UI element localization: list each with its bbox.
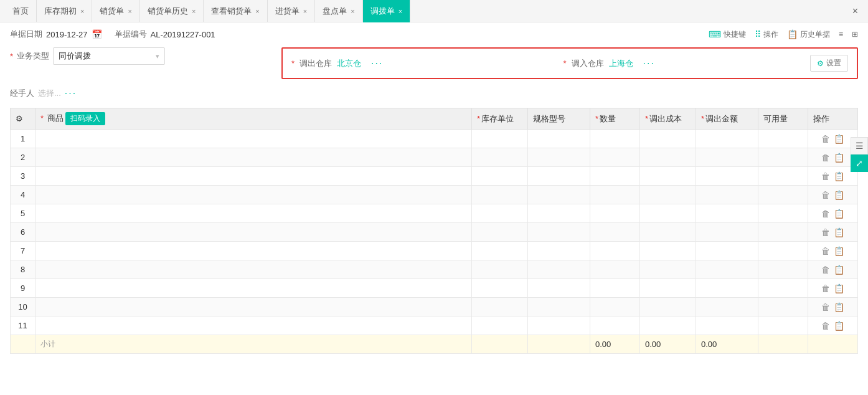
handler-select[interactable]: 选择... bbox=[38, 88, 61, 99]
row-avail-cell[interactable] bbox=[758, 186, 808, 204]
history-action[interactable]: 📋 历史单据 bbox=[787, 29, 830, 40]
copy-row-icon[interactable]: 📋 bbox=[834, 321, 844, 331]
row-spec-cell[interactable] bbox=[528, 279, 590, 298]
delete-row-icon[interactable]: 🗑 bbox=[821, 321, 830, 331]
row-avail-cell[interactable] bbox=[758, 316, 808, 335]
close-inventory[interactable]: × bbox=[351, 7, 354, 15]
row-unit-cell[interactable] bbox=[472, 260, 528, 279]
tab-sales-order[interactable]: 销货单 × bbox=[92, 0, 139, 22]
close-inventory-init[interactable]: × bbox=[80, 7, 84, 15]
close-transfer[interactable]: × bbox=[399, 7, 402, 15]
row-cost-cell[interactable] bbox=[640, 279, 696, 298]
close-view-sales[interactable]: × bbox=[255, 7, 259, 15]
row-qty-cell[interactable] bbox=[590, 223, 640, 242]
right-list-button[interactable]: ☰ bbox=[851, 137, 868, 155]
tab-home[interactable]: 首页 bbox=[5, 0, 37, 22]
row-avail-cell[interactable] bbox=[758, 279, 808, 298]
row-avail-cell[interactable] bbox=[758, 260, 808, 279]
row-qty-cell[interactable] bbox=[590, 298, 640, 316]
row-qty-cell[interactable] bbox=[590, 186, 640, 204]
row-product-cell[interactable] bbox=[35, 130, 472, 148]
row-spec-cell[interactable] bbox=[528, 316, 590, 335]
delete-row-icon[interactable]: 🗑 bbox=[821, 227, 830, 237]
row-avail-cell[interactable] bbox=[758, 242, 808, 260]
handler-more-dots[interactable]: ··· bbox=[65, 88, 77, 99]
copy-row-icon[interactable]: 📋 bbox=[834, 283, 844, 293]
delete-row-icon[interactable]: 🗑 bbox=[821, 190, 830, 200]
copy-row-icon[interactable]: 📋 bbox=[834, 190, 844, 200]
row-qty-cell[interactable] bbox=[590, 279, 640, 298]
row-amount-cell[interactable] bbox=[696, 204, 758, 223]
row-qty-cell[interactable] bbox=[590, 242, 640, 260]
copy-row-icon[interactable]: 📋 bbox=[834, 302, 844, 312]
row-spec-cell[interactable] bbox=[528, 242, 590, 260]
out-warehouse-value[interactable]: 北京仓 bbox=[337, 58, 361, 69]
row-product-cell[interactable] bbox=[35, 298, 472, 316]
delete-row-icon[interactable]: 🗑 bbox=[821, 171, 830, 181]
gear-header[interactable]: ⚙ bbox=[11, 108, 35, 130]
row-amount-cell[interactable] bbox=[696, 298, 758, 316]
row-qty-cell[interactable] bbox=[590, 316, 640, 335]
tab-purchase[interactable]: 进货单 × bbox=[268, 0, 315, 22]
tab-view-sales[interactable]: 查看销货单 × bbox=[204, 0, 267, 22]
row-spec-cell[interactable] bbox=[528, 223, 590, 242]
row-unit-cell[interactable] bbox=[472, 130, 528, 148]
tab-transfer[interactable]: 调拨单 × bbox=[363, 0, 410, 22]
in-warehouse-value[interactable]: 上海仓 bbox=[609, 58, 633, 69]
shortcut-action[interactable]: ⌨ 快捷键 bbox=[709, 29, 746, 40]
copy-row-icon[interactable]: 📋 bbox=[834, 246, 844, 256]
calendar-icon[interactable]: 📅 bbox=[92, 29, 102, 39]
row-cost-cell[interactable] bbox=[640, 260, 696, 279]
row-qty-cell[interactable] bbox=[590, 260, 640, 279]
row-amount-cell[interactable] bbox=[696, 316, 758, 335]
delete-row-icon[interactable]: 🗑 bbox=[821, 246, 830, 256]
delete-row-icon[interactable]: 🗑 bbox=[821, 153, 830, 163]
row-cost-cell[interactable] bbox=[640, 316, 696, 335]
row-unit-cell[interactable] bbox=[472, 316, 528, 335]
row-product-cell[interactable] bbox=[35, 204, 472, 223]
biz-type-select[interactable]: 同价调拨 ▾ bbox=[53, 47, 165, 65]
row-cost-cell[interactable] bbox=[640, 167, 696, 186]
delete-row-icon[interactable]: 🗑 bbox=[821, 134, 830, 144]
row-amount-cell[interactable] bbox=[696, 242, 758, 260]
row-amount-cell[interactable] bbox=[696, 167, 758, 186]
row-unit-cell[interactable] bbox=[472, 223, 528, 242]
row-cost-cell[interactable] bbox=[640, 130, 696, 148]
tab-inventory-init[interactable]: 库存期初 × bbox=[37, 0, 92, 22]
row-spec-cell[interactable] bbox=[528, 130, 590, 148]
delete-row-icon[interactable]: 🗑 bbox=[821, 265, 830, 275]
scan-button[interactable]: 扫码录入 bbox=[65, 112, 105, 125]
row-product-cell[interactable] bbox=[35, 279, 472, 298]
row-amount-cell[interactable] bbox=[696, 260, 758, 279]
window-close-button[interactable]: × bbox=[847, 6, 863, 17]
delete-row-icon[interactable]: 🗑 bbox=[821, 209, 830, 219]
row-qty-cell[interactable] bbox=[590, 167, 640, 186]
row-spec-cell[interactable] bbox=[528, 167, 590, 186]
row-cost-cell[interactable] bbox=[640, 223, 696, 242]
row-spec-cell[interactable] bbox=[528, 298, 590, 316]
row-qty-cell[interactable] bbox=[590, 204, 640, 223]
row-spec-cell[interactable] bbox=[528, 204, 590, 223]
row-spec-cell[interactable] bbox=[528, 148, 590, 167]
view-list-toggle[interactable]: ≡ bbox=[839, 30, 843, 39]
close-sales-history[interactable]: × bbox=[192, 7, 196, 15]
row-product-cell[interactable] bbox=[35, 186, 472, 204]
copy-row-icon[interactable]: 📋 bbox=[834, 134, 844, 144]
row-unit-cell[interactable] bbox=[472, 279, 528, 298]
row-qty-cell[interactable] bbox=[590, 130, 640, 148]
row-unit-cell[interactable] bbox=[472, 298, 528, 316]
row-unit-cell[interactable] bbox=[472, 242, 528, 260]
row-avail-cell[interactable] bbox=[758, 167, 808, 186]
out-warehouse-more[interactable]: ··· bbox=[371, 58, 383, 69]
row-spec-cell[interactable] bbox=[528, 260, 590, 279]
row-unit-cell[interactable] bbox=[472, 148, 528, 167]
right-external-link-button[interactable]: ⤢ bbox=[851, 155, 868, 172]
row-unit-cell[interactable] bbox=[472, 204, 528, 223]
row-amount-cell[interactable] bbox=[696, 148, 758, 167]
copy-row-icon[interactable]: 📋 bbox=[834, 265, 844, 275]
row-cost-cell[interactable] bbox=[640, 186, 696, 204]
delete-row-icon[interactable]: 🗑 bbox=[821, 283, 830, 293]
copy-row-icon[interactable]: 📋 bbox=[834, 171, 844, 181]
operate-action[interactable]: ⠿ 操作 bbox=[755, 29, 778, 40]
copy-row-icon[interactable]: 📋 bbox=[834, 209, 844, 219]
